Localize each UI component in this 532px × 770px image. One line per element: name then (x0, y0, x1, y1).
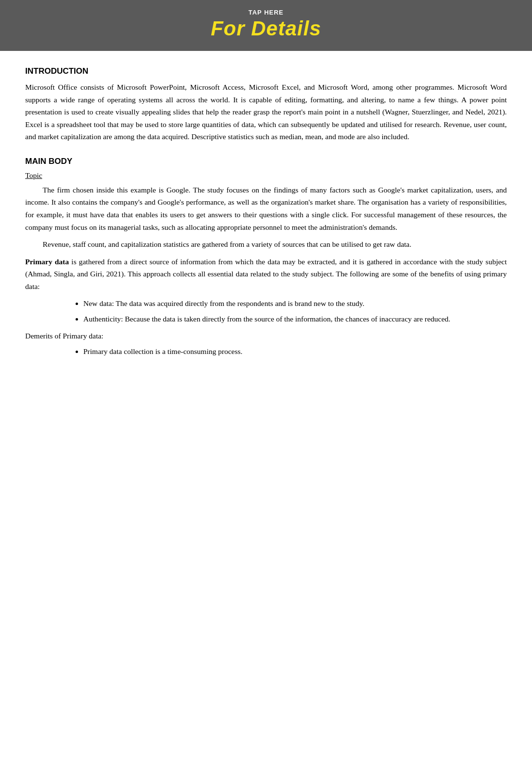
demerits-list: Primary data collection is a time-consum… (83, 345, 482, 358)
tap-here-text: TAP HERE (10, 9, 522, 16)
main-body-paragraph1: The firm chosen inside this example is G… (25, 184, 507, 233)
primary-data-paragraph: Primary data is gathered from a direct s… (25, 256, 507, 293)
primary-data-paragraph-rest: is gathered from a direct source of info… (25, 257, 507, 290)
primary-data-bold-label: Primary data (25, 257, 69, 266)
main-body-heading: MAIN BODY (25, 157, 507, 166)
list-item: New data: The data was acquired directly… (83, 297, 482, 310)
document-content: INTRODUCTION Microsoft Office consists o… (0, 51, 532, 382)
introduction-paragraph: Microsoft Office consists of Microsoft P… (25, 81, 507, 143)
list-item: Primary data collection is a time-consum… (83, 345, 482, 358)
list-item-text: Authenticity: Because the data is taken … (83, 315, 450, 323)
demerits-label: Demerits of Primary data: (25, 330, 507, 342)
main-body-paragraph2: Revenue, staff count, and capitalization… (25, 238, 507, 251)
list-item: Authenticity: Because the data is taken … (83, 313, 482, 325)
introduction-heading: INTRODUCTION (25, 66, 507, 76)
introduction-section: INTRODUCTION Microsoft Office consists o… (25, 66, 507, 143)
for-details-text: For Details (10, 17, 522, 40)
topic-label: Topic (25, 171, 507, 180)
primary-data-benefits-list: New data: The data was acquired directly… (83, 297, 482, 325)
banner[interactable]: TAP HERE For Details (0, 0, 532, 51)
list-item-text: New data: The data was acquired directly… (83, 299, 364, 307)
main-body-section: MAIN BODY Topic The firm chosen inside t… (25, 157, 507, 358)
list-item-text: Primary data collection is a time-consum… (83, 347, 242, 355)
